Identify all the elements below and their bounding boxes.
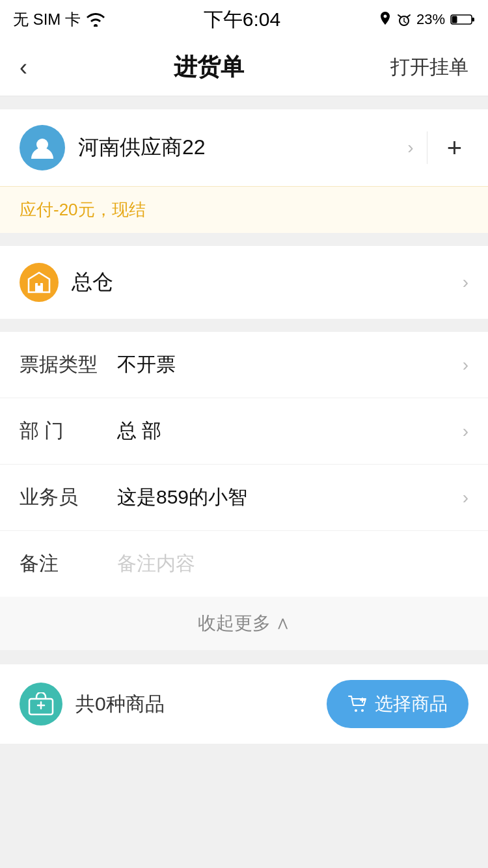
form-row-salesperson[interactable]: 业务员 这是859的小智 › [0,465,488,531]
battery-text: 23% [416,11,445,28]
status-bar: 无 SIM 卡 下午6:04 23% [0,0,488,39]
bottom-divider [0,650,488,663]
form-section: 票据类型 不开票 › 部 门 总 部 › 业务员 这是859的小智 › 备注 备… [0,332,488,597]
salesperson-value: 这是859的小智 [104,484,463,511]
salesperson-label: 业务员 [20,484,104,511]
supplier-row[interactable]: 河南供应商22 › + [0,109,488,186]
section-divider-1 [0,233,488,246]
remark-placeholder[interactable]: 备注内容 [104,550,468,577]
alarm-icon [397,12,411,27]
invoice-type-value: 不开票 [104,351,463,378]
department-label: 部 门 [20,418,104,444]
supplier-row-right: › + [407,131,468,164]
svg-rect-3 [452,16,457,23]
select-products-button[interactable]: 选择商品 [327,680,468,728]
products-icon-wrap [20,683,62,726]
products-row: 共0种商品 选择商品 [0,664,488,744]
nav-bar: ‹ 进货单 打开挂单 [0,39,488,96]
supplier-avatar [20,125,65,170]
open-pending-button[interactable]: 打开挂单 [390,54,468,81]
form-row-department[interactable]: 部 门 总 部 › [0,398,488,465]
svg-point-7 [355,709,357,712]
add-icon[interactable]: + [441,133,468,163]
location-icon [379,12,392,27]
status-right: 23% [379,11,475,28]
warehouse-section: 总仓 › [0,246,488,319]
products-icon [28,692,54,716]
person-icon [29,134,56,161]
chevron-right-icon: › [463,487,468,508]
collapse-label: 收起更多 ∧ [198,611,291,636]
bottom-fill [0,744,488,868]
form-row-remark[interactable]: 备注 备注内容 [0,531,488,597]
supplier-section: 河南供应商22 › + 应付-20元，现结 [0,109,488,233]
page-title: 进货单 [174,51,244,83]
section-divider-2 [0,319,488,332]
warehouse-name: 总仓 [72,268,463,297]
top-divider [0,96,488,109]
chevron-right-icon: › [463,421,468,442]
products-count: 共0种商品 [75,691,327,718]
status-left: 无 SIM 卡 [13,9,105,30]
status-time: 下午6:04 [204,7,280,33]
supplier-name: 河南供应商22 [78,133,407,162]
warehouse-icon-wrap [20,263,59,302]
notice-bar: 应付-20元，现结 [0,186,488,233]
remark-label: 备注 [20,550,104,577]
chevron-right-icon: › [463,355,468,375]
department-value: 总 部 [104,418,463,444]
notice-text: 应付-20元，现结 [20,200,146,219]
warehouse-icon [27,271,51,293]
battery-icon [450,13,475,26]
invoice-type-label: 票据类型 [20,351,104,378]
form-row-invoice-type[interactable]: 票据类型 不开票 › [0,332,488,398]
cart-icon [347,695,368,713]
supplier-divider [427,131,427,164]
wifi-icon [86,12,105,27]
select-products-label: 选择商品 [375,692,448,716]
chevron-right-icon: › [463,272,468,293]
back-button[interactable]: ‹ [20,54,27,81]
warehouse-row[interactable]: 总仓 › [0,246,488,319]
svg-point-8 [361,709,364,712]
svg-rect-2 [472,18,474,21]
sim-signal-text: 无 SIM 卡 [13,9,81,30]
chevron-right-icon: › [407,137,413,158]
collapse-row[interactable]: 收起更多 ∧ [0,597,488,650]
